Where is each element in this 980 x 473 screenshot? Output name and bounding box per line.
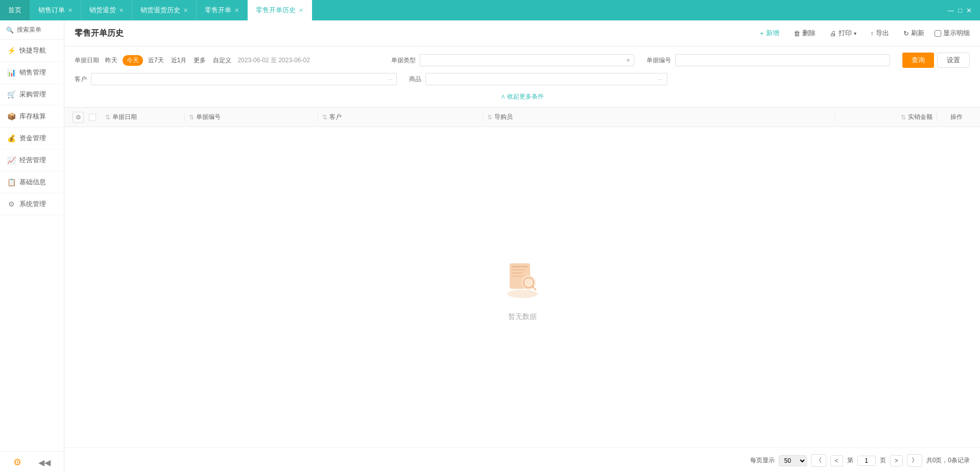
add-icon: + [760,30,764,37]
sidebar-item-inventory[interactable]: 📦 库存核算 [0,106,64,128]
page-title: 零售开单历史 [75,28,124,39]
window-controls: — □ ✕ [939,7,980,14]
close-icon[interactable]: ✕ [119,7,124,14]
customer-filter-select[interactable]: ··· [91,73,397,85]
sidebar-search[interactable]: 🔍 搜索菜单 [0,20,64,40]
type-filter-group: 单据类型 ▾ [391,54,635,66]
tab-retail-history-label: 零售开单历史 [256,6,296,15]
sidebar-item-quick-nav[interactable]: ⚡ 快捷导航 [0,40,64,62]
customer-filter-group: 客户 ··· [75,73,397,85]
nav-tabs: 首页 销售订单 ✕ 销货退货 ✕ 销货退货历史 ✕ 零售开单 ✕ 零售开单历史 … [0,0,939,20]
date-opt-today[interactable]: 今天 [123,55,143,66]
date-opt-custom[interactable]: 自定义 [211,55,233,66]
base-info-icon: 📋 [7,178,15,186]
col-sep [318,113,318,121]
table-body: 暂无数据 [64,127,980,447]
close-icon[interactable]: ✕ [299,7,303,14]
tab-sales-return[interactable]: 销货退货 ✕ [81,0,132,20]
tab-retail-history[interactable]: 零售开单历史 ✕ [248,0,312,20]
chevron-down-icon: ▾ [627,57,630,64]
next-page-button[interactable]: > [890,455,903,466]
sort-icon: ⇅ [901,114,906,121]
th-checkbox [89,114,105,121]
type-filter-label: 单据类型 [391,56,416,65]
operations-icon: 📈 [7,156,15,164]
quick-nav-icon: ⚡ [7,46,15,55]
close-icon[interactable]: ✕ [234,7,239,14]
th-amount[interactable]: ⇅ 实销金额 [839,113,933,121]
collapse-filter-bar[interactable]: ∧ 收起更多条件 [75,90,970,101]
print-dropdown-icon: ▾ [854,31,856,36]
th-settings: ⚙ [73,112,89,123]
sidebar-item-finance[interactable]: 💰 资金管理 [0,128,64,150]
export-button[interactable]: ↑ 导出 [867,27,894,40]
tab-retail-open[interactable]: 零售开单 ✕ [197,0,248,20]
display-toggle-label: 显示明细 [943,29,970,38]
refresh-button[interactable]: ↻ 刷新 [899,27,928,40]
close-icon[interactable]: ✕ [183,7,188,14]
select-all-checkbox[interactable] [89,114,96,121]
filter-row-1: 单据日期 昨天 今天 近7天 近1月 更多 自定义 2023-06-02 至 2… [75,53,970,68]
sidebar-item-sales-mgmt[interactable]: 📊 销售管理 [0,62,64,84]
delete-button[interactable]: 🗑 删除 [790,27,820,40]
query-button[interactable]: 查询 [902,53,934,68]
date-opt-last7[interactable]: 近7天 [146,55,166,66]
sidebar-item-operations[interactable]: 📈 经营管理 [0,150,64,171]
prev-page-button[interactable]: < [830,455,843,466]
col-sep [834,113,835,121]
th-customer[interactable]: ⇅ 客户 [322,113,479,121]
collapse-filter-label: ∧ 收起更多条件 [500,92,544,101]
minimize-button[interactable]: — [947,7,954,14]
date-opt-last1m[interactable]: 近1月 [169,55,189,66]
sort-icon: ⇅ [322,114,327,121]
th-number-label: 单据编号 [196,113,221,121]
empty-text: 暂无数据 [508,312,537,321]
filter-settings-button[interactable]: 设置 [937,53,970,68]
date-opt-more[interactable]: 更多 [192,55,208,66]
column-settings-button[interactable]: ⚙ [73,112,84,123]
page-size-select[interactable]: 50 10 20 100 [779,455,807,466]
last-page-button[interactable]: 》 [907,454,922,467]
settings-gear-icon[interactable]: ⚙ [13,457,21,468]
sidebar-item-base-info[interactable]: 📋 基础信息 [0,171,64,193]
date-opt-yesterday[interactable]: 昨天 [103,55,119,66]
close-window-button[interactable]: ✕ [966,7,972,14]
main-layout: 🔍 搜索菜单 ⚡ 快捷导航 📊 销售管理 🛒 采购管理 📦 库存核算 💰 [0,20,980,473]
product-filter-select[interactable]: ··· [425,73,667,85]
first-page-button[interactable]: 《 [811,454,826,467]
page-unit: 页 [880,456,886,465]
page-number-input[interactable] [857,456,876,466]
empty-state: 暂无数据 [497,253,548,321]
number-filter-group: 单据编号 [647,54,890,66]
tab-sales-return-history[interactable]: 销货退货历史 ✕ [132,0,197,20]
table-header: ⚙ ⇅ 单据日期 ⇅ 单据编号 ⇅ 客户 [64,108,980,127]
sidebar-item-sys-mgmt[interactable]: ⚙ 系统管理 [0,193,64,215]
delete-label: 删除 [802,29,816,38]
sidebar-search-label: 搜索菜单 [17,26,41,34]
print-button[interactable]: 🖨 打印 ▾ [826,27,861,40]
table-container: ⚙ ⇅ 单据日期 ⇅ 单据编号 ⇅ 客户 [64,108,980,473]
print-label: 打印 [839,29,852,38]
add-button[interactable]: + 新增 [756,27,783,40]
number-filter-label: 单据编号 [647,56,671,65]
collapse-sidebar-icon[interactable]: ◀◀ [38,458,51,467]
svg-rect-2 [511,266,529,267]
number-filter-input[interactable] [675,54,890,66]
sidebar-item-purchase-mgmt[interactable]: 🛒 采购管理 [0,84,64,106]
display-toggle-checkbox[interactable] [935,30,941,37]
tab-sales-order[interactable]: 销售订单 ✕ [30,0,81,20]
filter-area: 单据日期 昨天 今天 近7天 近1月 更多 自定义 2023-06-02 至 2… [64,46,980,108]
sort-icon: ⇅ [487,114,492,121]
col-sep [483,113,483,121]
th-date[interactable]: ⇅ 单据日期 [105,113,180,121]
sidebar-menu: ⚡ 快捷导航 📊 销售管理 🛒 采购管理 📦 库存核算 💰 资金管理 📈 [0,40,64,451]
svg-point-0 [507,290,538,298]
th-guide[interactable]: ⇅ 导购员 [487,113,581,121]
tab-home[interactable]: 首页 [0,0,30,20]
maximize-button[interactable]: □ [958,7,962,14]
th-number[interactable]: ⇅ 单据编号 [189,113,314,121]
svg-rect-5 [511,276,524,277]
close-icon[interactable]: ✕ [68,7,73,14]
type-filter-select[interactable]: ▾ [420,54,635,66]
empty-illustration [497,253,548,304]
